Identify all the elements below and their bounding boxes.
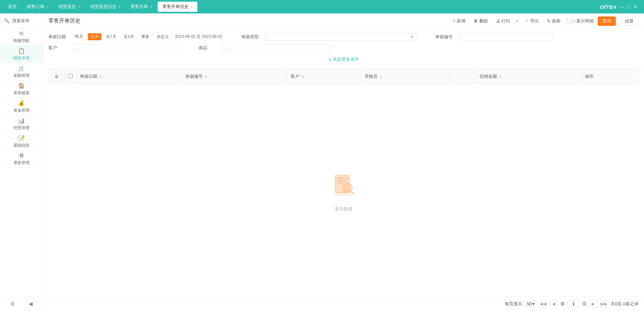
bill-type-label: 单据类型 xyxy=(241,34,260,40)
empty-text: 暂无数据 xyxy=(335,206,352,212)
collapse-filter-button[interactable]: ∧ 收起更多条件 xyxy=(48,55,639,64)
collapse-label: 收起更多条件 xyxy=(333,56,359,62)
next-page-button[interactable]: ▶ xyxy=(589,300,597,308)
system-icon: ⚙ xyxy=(19,152,24,159)
collapse-icon: ∧ xyxy=(328,57,332,62)
tab-retail-open[interactable]: 零售开单 × xyxy=(126,2,157,12)
col-salesman-sort-icon[interactable]: ⇅ xyxy=(379,75,382,79)
customer-label: 客户 xyxy=(48,45,67,51)
sidebar-item-quick-nav-label: 快捷导航 xyxy=(13,38,30,44)
window-min-button[interactable]: — xyxy=(620,4,624,9)
column-settings-button[interactable]: ⚙ xyxy=(52,72,61,81)
main-layout: 🔍 搜索菜单 ⊙ 快捷导航 📋 销售管理 🛒 采购管理 🏠 库存核算 💰 资金管… xyxy=(0,13,644,311)
print-dropdown-icon[interactable]: ▾ xyxy=(516,18,518,23)
tab-sales-return-close[interactable]: × xyxy=(78,5,80,9)
date-last7-button[interactable]: 近7天 xyxy=(103,33,119,40)
tab-sales-order[interactable]: 销售订单 × xyxy=(22,2,53,12)
sidebar-item-operations[interactable]: 📊 经营管理 xyxy=(0,115,43,133)
print-button[interactable]: 🖨 打印 xyxy=(494,17,512,25)
bill-type-select[interactable]: ▾ xyxy=(265,33,416,41)
date-custom-button[interactable]: 自定义 xyxy=(154,33,171,40)
tab-retail-history-label: 零售开单历史 xyxy=(162,4,189,10)
window-max-button[interactable]: □ xyxy=(628,4,630,9)
tab-sales-return-history-close[interactable]: × xyxy=(118,5,120,9)
page-number-input[interactable] xyxy=(567,300,580,307)
sidebar-settings-button[interactable]: ⚙ xyxy=(10,301,15,307)
table-header: ⚙ 单据日期 ⇅ 单据编号 ⇅ xyxy=(49,69,639,84)
sidebar-item-basic-info[interactable]: 📝 基础信息 xyxy=(0,133,43,150)
add-button[interactable]: + 新增 xyxy=(451,17,467,25)
last-page-button[interactable]: ▶▶ xyxy=(600,300,608,308)
bill-no-input[interactable] xyxy=(459,33,553,41)
tab-home-label: 首页 xyxy=(8,4,17,10)
sidebar-item-sales-mgmt[interactable]: 📋 销售管理 xyxy=(0,46,43,63)
sales-mgmt-icon: 📋 xyxy=(18,48,25,54)
col-no: 单据编号 ⇅ xyxy=(182,69,287,84)
select-all-checkbox[interactable] xyxy=(68,74,73,78)
col-salesman: 导购员 ⇅ xyxy=(361,69,450,84)
sidebar-item-quick-nav[interactable]: ⊙ 快捷导航 xyxy=(0,28,43,46)
empty-icon xyxy=(327,168,360,202)
col-date-sort-icon[interactable]: ⇅ xyxy=(99,75,102,79)
tab-retail-open-close[interactable]: × xyxy=(150,5,152,9)
content-area: 零售开单历史 + 新增 🗑 删除 🖨 打印 ▾ ↗ 导出 ↻ 刷新 □ 显示明细… xyxy=(43,13,644,311)
purchase-mgmt-icon: 🛒 xyxy=(18,65,25,71)
col-action: 操作 xyxy=(581,69,638,84)
date-today-button[interactable]: 今天 xyxy=(88,33,101,40)
svg-rect-2 xyxy=(337,178,348,179)
tab-retail-history[interactable]: 零售开单历史 × xyxy=(158,2,197,12)
tab-retail-history-close[interactable]: × xyxy=(191,5,193,9)
window-close-button[interactable]: ✕ xyxy=(634,4,637,9)
refresh-button[interactable]: ↻ 刷新 xyxy=(545,17,563,25)
col-no-sort-icon[interactable]: ⇅ xyxy=(205,75,207,79)
customer-select[interactable]: ... xyxy=(72,44,180,52)
export-button[interactable]: ↗ 导出 xyxy=(523,17,541,25)
per-page-label: 每页显示 xyxy=(505,301,522,307)
toolbar: + 新增 🗑 删除 🖨 打印 ▾ ↗ 导出 ↻ 刷新 □ 显示明细 查询 设置 xyxy=(451,16,639,26)
sidebar-item-finance[interactable]: 💰 资金管理 xyxy=(0,98,43,115)
sidebar-item-operations-label: 经营管理 xyxy=(13,125,30,131)
pagination: 每页显示 50 ▾ ◀◀ ◀ 第 页 ▶ ▶▶ 共0页,0条记录 xyxy=(43,296,644,311)
sidebar-collapse-button[interactable]: ◀ xyxy=(29,301,33,307)
sidebar-item-purchase-mgmt[interactable]: 🛒 采购管理 xyxy=(0,63,43,81)
customer-placeholder: ... xyxy=(76,45,177,50)
goods-select[interactable]: ... xyxy=(223,44,330,52)
tab-sales-return-history[interactable]: 销货退货历史 × xyxy=(86,2,125,12)
date-yesterday-button[interactable]: 昨天 xyxy=(72,33,86,40)
sidebar-item-finance-label: 资金管理 xyxy=(13,108,30,113)
tab-sales-return-history-label: 销货退货历史 xyxy=(90,4,116,10)
sidebar-item-purchase-mgmt-label: 采购管理 xyxy=(13,73,30,79)
date-filter-label: 单据日期 xyxy=(48,34,67,40)
date-more-button[interactable]: 更多 xyxy=(139,33,152,40)
tab-home[interactable]: 首页 xyxy=(3,2,21,12)
col-customer: 客户 ⇅ xyxy=(287,69,361,84)
page-title: 零售开单历史 xyxy=(48,17,81,24)
col-action-label: 操作 xyxy=(585,74,594,79)
page-size-value: 50 xyxy=(527,301,531,306)
sidebar-search[interactable]: 🔍 搜索菜单 xyxy=(0,13,43,28)
col-customer-sort-icon[interactable]: ⇅ xyxy=(301,75,304,79)
inventory-icon: 🏠 xyxy=(18,83,25,89)
top-tab-bar: 首页 销售订单 × 销货退货 × 销货退货历史 × 零售开单 × 零售开单历史 … xyxy=(0,0,644,13)
sidebar-item-system[interactable]: ⚙ 系统管理 xyxy=(0,150,43,168)
date-last1month-button[interactable]: 近1月 xyxy=(121,33,137,40)
delete-button[interactable]: 🗑 删除 xyxy=(472,17,490,25)
tab-sales-return[interactable]: 销货退货 × xyxy=(54,2,85,12)
first-page-button[interactable]: ◀◀ xyxy=(539,300,547,308)
filter-row-1: 单据日期 昨天 今天 近7天 近1月 更多 自定义 2023-06-02 至 2… xyxy=(48,33,639,41)
display-detail-checkbox[interactable]: □ 显示明细 xyxy=(567,18,594,24)
tab-sales-order-close[interactable]: × xyxy=(46,5,48,9)
page-size-select[interactable]: 50 ▾ xyxy=(525,300,536,307)
settings-button[interactable]: 设置 xyxy=(620,16,639,26)
date-filter: 昨天 今天 近7天 近1月 更多 自定义 2023-06-02 至 2023-0… xyxy=(72,33,222,40)
prev-page-button[interactable]: ◀ xyxy=(550,300,558,308)
filter-area: 单据日期 昨天 今天 近7天 近1月 更多 自定义 2023-06-02 至 2… xyxy=(43,29,644,66)
sidebar-item-inventory[interactable]: 🏠 库存核算 xyxy=(0,81,43,98)
col-date-label: 单据日期 xyxy=(80,74,97,79)
sidebar-search-label: 搜索菜单 xyxy=(12,18,30,24)
col-amount-sort-icon[interactable]: ⇅ xyxy=(499,75,501,79)
sidebar-bottom: ⚙ ◀ xyxy=(0,296,43,311)
page-header: 零售开单历史 + 新增 🗑 删除 🖨 打印 ▾ ↗ 导出 ↻ 刷新 □ 显示明细… xyxy=(43,13,644,29)
query-button[interactable]: 查询 xyxy=(598,16,616,26)
empty-state: 暂无数据 xyxy=(48,84,639,296)
